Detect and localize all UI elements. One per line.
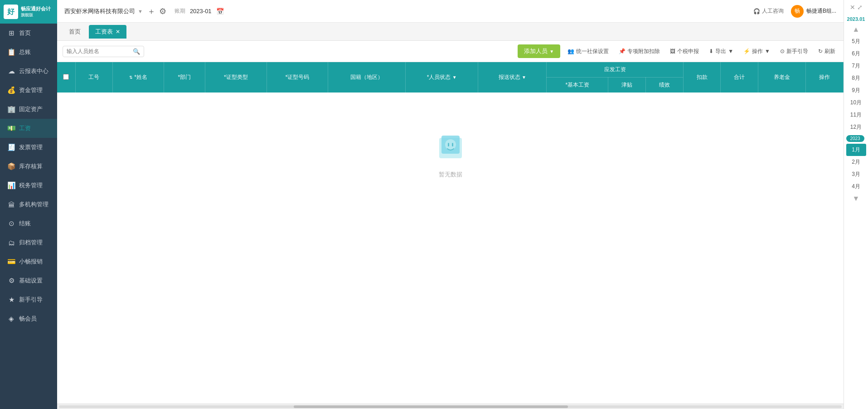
expense-icon: 💳 <box>7 258 15 266</box>
social-security-btn[interactable]: 👥 统一社保设置 <box>565 46 611 57</box>
sidebar-label-cloud-report: 云报表中心 <box>19 67 48 75</box>
tax-icon: 📊 <box>7 181 15 190</box>
tab-salary[interactable]: 工资表 ✕ <box>89 25 126 39</box>
month-item-2023-1[interactable]: 1月 <box>846 144 866 156</box>
sidebar-label-fund: 资金管理 <box>19 86 43 94</box>
right-panel: ✕ ⤢ 2023.01 ▲ 5月6月7月8月9月10月11月12月20231月2… <box>844 0 868 409</box>
sidebar-item-tax[interactable]: 📊 税务管理 <box>0 176 57 195</box>
month-item-2022-12[interactable]: 12月 <box>846 121 866 133</box>
user-section: 畅 畅捷通B组... <box>791 5 836 18</box>
personal-tax-btn[interactable]: 🖼 个税申报 <box>667 46 702 57</box>
month-item-2022-8[interactable]: 8月 <box>846 72 866 84</box>
sidebar-item-expense[interactable]: 💳 小畅报销 <box>0 252 57 271</box>
add-company-icon[interactable]: ＋ <box>147 6 155 17</box>
add-person-button[interactable]: 添加人员 ▼ <box>518 44 560 58</box>
th-report-status: 报送状态 ▼ <box>478 62 547 93</box>
export-btn[interactable]: ⬇ 导出 ▼ <box>706 46 736 57</box>
month-item-2022-9[interactable]: 9月 <box>846 84 866 97</box>
export-icon: ⬇ <box>709 48 713 54</box>
app-edition: 旗舰版 <box>21 12 51 18</box>
operations-btn[interactable]: ⚡ 操作 ▼ <box>741 46 773 57</box>
month-item-2022-10[interactable]: 10月 <box>846 97 866 109</box>
headset-icon: 🎧 <box>753 8 760 15</box>
sidebar-item-guide[interactable]: ★ 新手引导 <box>0 290 57 309</box>
search-icon: 🔍 <box>133 48 140 55</box>
refresh-btn[interactable]: ↻ 刷新 <box>815 46 838 57</box>
invoice-icon: 🧾 <box>7 143 15 151</box>
table-container: 工号 ⇅ *姓名 *部门 *证型类型 *证型号码 国籍（地区） *人员状态 ▼ … <box>57 62 844 404</box>
sidebar-item-inventory[interactable]: 📦 库存核算 <box>0 157 57 176</box>
rp-close-icon[interactable]: ✕ <box>850 4 855 11</box>
search-input[interactable] <box>67 48 130 54</box>
ops-chevron-icon: ▼ <box>765 48 770 54</box>
sidebar-label-guide: 新手引导 <box>19 296 43 304</box>
help-button[interactable]: 🎧 人工咨询 <box>753 7 784 15</box>
month-item-2022-6[interactable]: 6月 <box>846 48 866 60</box>
sidebar-item-salary[interactable]: 💵 工资 <box>0 119 57 138</box>
th-name: ⇅ *姓名 <box>113 62 164 93</box>
th-checkbox <box>57 62 75 93</box>
sidebar-item-fixed-assets[interactable]: 🏢 固定资产 <box>0 100 57 119</box>
rp-top-actions: ✕ ⤢ <box>848 2 864 15</box>
svg-rect-4 <box>452 143 453 146</box>
special-deduction-btn[interactable]: 📌 专项附加扣除 <box>616 46 663 57</box>
rp-down-icon[interactable]: ▼ <box>851 193 862 204</box>
home-icon: ⊞ <box>7 29 15 37</box>
tab-close-icon[interactable]: ✕ <box>116 29 120 35</box>
calendar-icon[interactable]: 📅 <box>216 8 224 15</box>
th-allowance: 津贴 <box>608 78 646 93</box>
multi-org-icon: 🏛 <box>7 201 15 209</box>
sidebar-item-member[interactable]: ◈ 畅会员 <box>0 309 57 328</box>
th-region: 国籍（地区） <box>328 62 406 93</box>
month-item-2022-5[interactable]: 5月 <box>846 35 866 48</box>
sort-icon: ⇅ <box>129 75 133 80</box>
tab-home[interactable]: 首页 <box>63 25 87 39</box>
close-icon: ⊙ <box>7 219 15 228</box>
sidebar-item-home[interactable]: ⊞ 首页 <box>0 24 57 43</box>
guide-btn[interactable]: ⊙ 新手引导 <box>777 46 811 57</box>
deduction-label: 专项附加扣除 <box>627 48 660 55</box>
sidebar-label-multi-org: 多机构管理 <box>19 200 48 209</box>
cloud-report-icon: ☁ <box>7 67 15 75</box>
month-item-2023-2[interactable]: 2月 <box>846 156 866 168</box>
report-status-filter-icon[interactable]: ▼ <box>522 75 526 80</box>
month-item-2022-11[interactable]: 11月 <box>846 109 866 121</box>
th-performance: 绩效 <box>645 78 683 93</box>
person-status-filter-icon[interactable]: ▼ <box>452 75 457 80</box>
select-all-checkbox[interactable] <box>63 74 69 80</box>
sidebar-label-expense: 小畅报销 <box>19 258 43 266</box>
month-item-2023-4[interactable]: 4月 <box>846 180 866 193</box>
month-item-2022-7[interactable]: 7月 <box>846 60 866 72</box>
sidebar-label-close: 结账 <box>19 219 31 228</box>
sidebar-item-invoice[interactable]: 🧾 发票管理 <box>0 138 57 157</box>
tabbar: 首页 工资表 ✕ <box>57 23 844 41</box>
th-base-salary: *基本工资 <box>547 78 608 93</box>
sidebar-item-fund[interactable]: 💰 资金管理 <box>0 81 57 100</box>
month-item-2023-3[interactable]: 3月 <box>846 168 866 180</box>
social-icon: 👥 <box>567 48 574 54</box>
company-selector[interactable]: 西安虾米网络科技有限公司 ▼ <box>64 7 143 15</box>
empty-icon <box>432 129 469 165</box>
settings-icon[interactable]: ⚙ <box>159 6 166 16</box>
fixed-assets-icon: 🏢 <box>7 105 15 113</box>
add-person-label: 添加人员 <box>524 47 548 55</box>
scroll-bar[interactable] <box>57 404 844 409</box>
sidebar-item-archive[interactable]: 🗂 归档管理 <box>0 233 57 252</box>
sidebar-label-member: 畅会员 <box>19 315 37 323</box>
app-logo: 好 畅应通好会计 旗舰版 <box>0 0 57 24</box>
sidebar-item-cloud-report[interactable]: ☁ 云报表中心 <box>0 62 57 81</box>
sidebar-item-basic[interactable]: ⚙ 基础设置 <box>0 271 57 290</box>
sidebar-item-ledger[interactable]: 📋 总账 <box>0 43 57 62</box>
sidebar-item-multi-org[interactable]: 🏛 多机构管理 <box>0 195 57 214</box>
user-name[interactable]: 畅捷通B组... <box>806 7 836 15</box>
rp-expand-icon[interactable]: ⤢ <box>857 4 863 13</box>
social-label: 统一社保设置 <box>576 48 609 55</box>
scroll-track <box>59 405 842 408</box>
ops-icon: ⚡ <box>743 48 750 54</box>
tab-home-label: 首页 <box>69 28 81 35</box>
refresh-label: 刷新 <box>824 48 835 55</box>
sidebar: 好 畅应通好会计 旗舰版 ⊞ 首页 📋 总账 ☁ 云报表中心 💰 资金管理 🏢 … <box>0 0 57 409</box>
rp-up-icon[interactable]: ▲ <box>851 24 862 35</box>
sidebar-item-close[interactable]: ⊙ 结账 <box>0 214 57 233</box>
archive-icon: 🗂 <box>7 239 15 247</box>
